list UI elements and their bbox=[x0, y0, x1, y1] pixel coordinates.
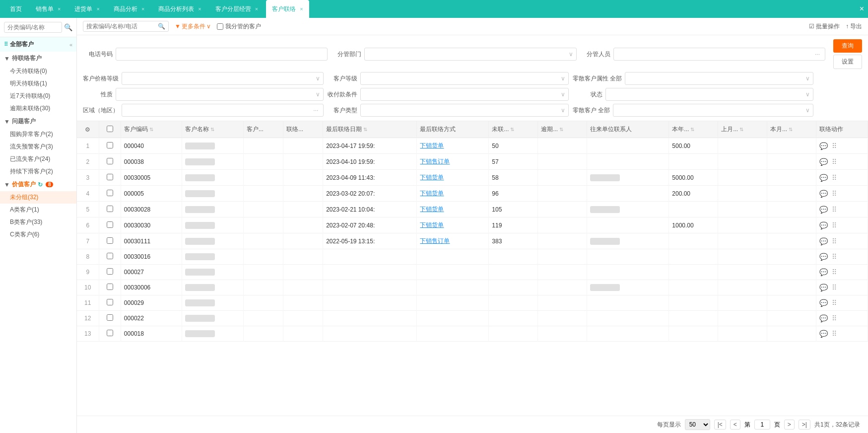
sidebar-search-input[interactable] bbox=[4, 22, 62, 33]
row-checkbox[interactable] bbox=[107, 237, 113, 244]
last-method-link[interactable]: 下销货单 bbox=[420, 221, 444, 228]
export-button[interactable]: ↑ 导出 bbox=[846, 22, 862, 31]
grid-action-icon[interactable]: ⠿ bbox=[832, 190, 837, 198]
row-checkbox[interactable] bbox=[107, 284, 113, 290]
message-icon[interactable]: 💬 bbox=[819, 142, 828, 150]
page-size-select[interactable]: 50 20 100 bbox=[685, 419, 710, 430]
dots-icon[interactable]: ··· bbox=[813, 51, 822, 58]
message-icon[interactable]: 💬 bbox=[819, 158, 828, 166]
input-retail[interactable]: ∨ bbox=[613, 104, 813, 117]
row-checkbox[interactable] bbox=[107, 174, 113, 180]
input-region[interactable]: ··· bbox=[122, 104, 324, 117]
row-checkbox[interactable] bbox=[107, 142, 113, 148]
sidebar-item-class-c[interactable]: C类客户(6) bbox=[0, 228, 76, 241]
message-icon[interactable]: 💬 bbox=[819, 190, 828, 198]
message-icon[interactable]: 💬 bbox=[819, 237, 828, 245]
last-method-link[interactable]: 下销售订单 bbox=[420, 237, 450, 244]
message-icon[interactable]: 💬 bbox=[819, 221, 828, 229]
last-method-link[interactable]: 下销售订单 bbox=[420, 158, 450, 165]
grid-action-icon[interactable]: ⠿ bbox=[832, 314, 837, 322]
first-page-button[interactable]: |< bbox=[714, 420, 726, 430]
row-checkbox[interactable] bbox=[107, 190, 113, 196]
nav-home[interactable]: 首页 bbox=[4, 0, 28, 18]
my-customers-check[interactable] bbox=[217, 23, 223, 30]
grid-action-icon[interactable]: ⠿ bbox=[832, 330, 837, 338]
reset-button[interactable]: 设置 bbox=[833, 55, 862, 69]
row-checkbox[interactable] bbox=[107, 268, 113, 275]
message-icon[interactable]: 💬 bbox=[819, 314, 828, 322]
page-number-input[interactable] bbox=[754, 420, 770, 430]
sidebar-item-declining[interactable]: 持续下滑客户(2) bbox=[0, 165, 76, 178]
select-all-checkbox[interactable] bbox=[107, 126, 113, 132]
sidebar-group-problem[interactable]: ▼ 问题客户 bbox=[0, 115, 76, 128]
th-settings[interactable]: ⚙ bbox=[77, 121, 99, 138]
close-icon[interactable]: × bbox=[96, 6, 99, 12]
grid-action-icon[interactable]: ⠿ bbox=[832, 221, 837, 229]
message-icon[interactable]: 💬 bbox=[819, 299, 828, 307]
input-nature[interactable]: ∨ bbox=[116, 88, 324, 101]
sidebar-item-7days[interactable]: 近7天待联络(0) bbox=[0, 90, 76, 102]
grid-action-icon[interactable]: ⠿ bbox=[832, 299, 837, 307]
input-status[interactable]: ∨ bbox=[605, 88, 813, 101]
sidebar-item-tomorrow[interactable]: 明天待联络(1) bbox=[0, 77, 76, 90]
input-phone[interactable] bbox=[116, 48, 328, 61]
grid-action-icon[interactable]: ⠿ bbox=[832, 253, 837, 261]
sidebar-item-abnormal[interactable]: 囤购异常客户(2) bbox=[0, 128, 76, 141]
message-icon[interactable]: 💬 bbox=[819, 268, 828, 276]
more-conditions-button[interactable]: ▼ 更多条件 ∨ bbox=[175, 22, 211, 31]
nav-tab-2[interactable]: 商品分析 × bbox=[108, 0, 150, 18]
row-checkbox[interactable] bbox=[107, 330, 113, 336]
grid-action-icon[interactable]: ⠿ bbox=[832, 284, 837, 291]
close-icon[interactable]: × bbox=[141, 6, 144, 12]
row-checkbox[interactable] bbox=[107, 221, 113, 228]
nav-tab-1[interactable]: 进货单 × bbox=[68, 0, 105, 18]
nav-tab-5[interactable]: 客户联络 × bbox=[266, 0, 309, 18]
input-customer-grade[interactable]: ∨ bbox=[360, 72, 568, 85]
message-icon[interactable]: 💬 bbox=[819, 174, 828, 182]
close-icon[interactable]: × bbox=[300, 6, 303, 12]
input-dept[interactable]: ∨ bbox=[364, 48, 576, 61]
input-retail-attr[interactable]: ∨ bbox=[625, 72, 813, 85]
next-page-button[interactable]: > bbox=[784, 420, 795, 430]
nav-tab-3[interactable]: 商品分析列表 × bbox=[152, 0, 207, 18]
row-checkbox[interactable] bbox=[107, 253, 113, 259]
last-method-link[interactable]: 下销货单 bbox=[420, 174, 444, 181]
sidebar-item-lost[interactable]: 已流失客户(24) bbox=[0, 153, 76, 165]
sidebar-group-value[interactable]: ▼ 价值客户 ↻ 8 bbox=[0, 178, 76, 191]
grid-action-icon[interactable]: ⠿ bbox=[832, 174, 837, 182]
sidebar-item-warning[interactable]: 流失预警客户(3) bbox=[0, 141, 76, 153]
input-person[interactable]: ··· bbox=[613, 48, 825, 61]
sidebar-search-icon[interactable]: 🔍 bbox=[64, 23, 72, 31]
input-payment[interactable]: ∨ bbox=[360, 88, 568, 101]
filter-search-icon[interactable]: 🔍 bbox=[158, 23, 165, 30]
sidebar-item-ungroup[interactable]: 未分组(32) bbox=[0, 191, 76, 204]
row-checkbox[interactable] bbox=[107, 299, 113, 305]
query-button[interactable]: 查询 bbox=[833, 39, 862, 53]
sidebar-group-pending[interactable]: ▼ 待联络客户 bbox=[0, 52, 76, 65]
refresh-icon[interactable]: ↻ bbox=[38, 181, 43, 188]
sidebar-item-overdue[interactable]: 逾期未联络(30) bbox=[0, 102, 76, 115]
filter-search-input[interactable] bbox=[86, 23, 156, 30]
grid-action-icon[interactable]: ⠿ bbox=[832, 237, 837, 245]
collapse-icon[interactable]: « bbox=[69, 42, 72, 48]
input-price-grade[interactable]: ∨ bbox=[122, 72, 324, 85]
grid-action-icon[interactable]: ⠿ bbox=[832, 158, 837, 166]
nav-tab-4[interactable]: 客户分层经营 × bbox=[209, 0, 264, 18]
grid-action-icon[interactable]: ⠿ bbox=[832, 142, 837, 150]
message-icon[interactable]: 💬 bbox=[819, 330, 828, 338]
sidebar-item-today[interactable]: 今天待联络(0) bbox=[0, 65, 76, 77]
message-icon[interactable]: 💬 bbox=[819, 253, 828, 261]
nav-tab-0[interactable]: 销售单 × bbox=[30, 0, 67, 18]
sidebar-item-class-a[interactable]: A类客户(1) bbox=[0, 204, 76, 216]
th-checkbox[interactable] bbox=[99, 121, 121, 138]
last-method-link[interactable]: 下销货单 bbox=[420, 190, 444, 197]
row-checkbox[interactable] bbox=[107, 158, 113, 164]
dots-icon[interactable]: ··· bbox=[311, 107, 320, 114]
close-icon[interactable]: × bbox=[255, 6, 258, 12]
last-page-button[interactable]: >| bbox=[799, 420, 810, 430]
sidebar-all-customers[interactable]: ⠿ 全部客户 « bbox=[0, 37, 76, 52]
message-icon[interactable]: 💬 bbox=[819, 284, 828, 291]
row-checkbox[interactable] bbox=[107, 206, 113, 212]
close-icon[interactable]: × bbox=[58, 6, 61, 12]
batch-ops-button[interactable]: ☑ 批量操作 bbox=[809, 22, 840, 31]
